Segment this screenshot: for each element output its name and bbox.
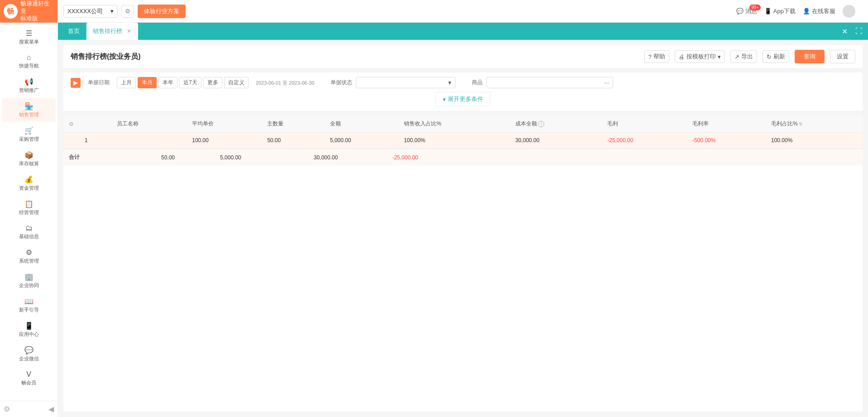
col-profit: 毛利	[602, 115, 687, 133]
sidebar-item-corp-wechat[interactable]: 💬企业微信	[2, 342, 56, 366]
sidebar-item-base-info[interactable]: 🗂基础信息	[2, 220, 56, 244]
company-selector[interactable]: XXXXXX公司 ▾	[63, 5, 118, 18]
date-custom[interactable]: 自定义	[224, 77, 249, 88]
date-more[interactable]: 更多	[203, 77, 222, 88]
filter-bar: ▶ 单据日期 上月 本月 本年 近7天 更多 自定义 2023-06-01 至 …	[63, 72, 863, 111]
sidebar-item-purchase[interactable]: 🛒采购管理	[2, 123, 56, 146]
sidebar-item-system[interactable]: ⚙系统管理	[2, 244, 56, 268]
date-range: 2023-06-01 至 2023-06-30	[256, 80, 315, 86]
row-amount: 5,000.00	[325, 133, 398, 149]
date-options: 上月 本月 本年 近7天 更多 自定义	[117, 77, 249, 88]
sidebar-icon-corp-wechat: 💬	[24, 346, 34, 355]
row-qty: 50.00	[262, 133, 324, 149]
row-employee	[111, 133, 187, 149]
sidebar-item-sales[interactable]: 🏪销售管理	[2, 98, 56, 122]
sidebar-item-quick-nav[interactable]: ⌂快捷导航	[2, 50, 56, 73]
print-dropdown-icon: ▾	[718, 53, 721, 60]
online-service-button[interactable]: 👤 在线客服	[803, 7, 835, 15]
goods-input[interactable]: ···	[486, 77, 613, 88]
query-button[interactable]: 查询	[795, 50, 825, 63]
sidebar: 畅 畅康通好生意 标准版 ☰搜索菜单⌂快捷导航📢营销推广🏪销售管理🛒采购管理📦库…	[0, 0, 58, 417]
sidebar-item-member[interactable]: V畅会员	[2, 367, 56, 390]
trial-button[interactable]: 体验行业方案	[138, 5, 186, 18]
sidebar-icon-system: ⚙	[26, 248, 32, 257]
col-sales-pct: 销售收入占比%	[398, 115, 510, 133]
col-settings[interactable]: ⚙	[63, 115, 79, 133]
sidebar-label-quick-nav: 快捷导航	[19, 62, 39, 69]
row-cost: 30,000.00	[510, 133, 602, 149]
sidebar-item-search-order[interactable]: ☰搜索菜单	[2, 25, 56, 49]
sidebar-settings-icon[interactable]: ⚙	[4, 405, 10, 413]
print-icon: 🖨	[679, 53, 685, 60]
topbar-right: 💬 消息 99+ 📱 App下载 👤 在线客服	[736, 5, 863, 18]
goods-filter: 商品 ···	[472, 77, 613, 88]
export-icon: ↗	[734, 53, 739, 60]
sidebar-icon-base-info: 🗂	[25, 224, 33, 232]
template-print-button[interactable]: 🖨 按模板打印 ▾	[675, 50, 725, 63]
cost-info-icon[interactable]: i	[538, 121, 544, 127]
date-current-month[interactable]: 本月	[138, 77, 157, 88]
sidebar-item-marketing[interactable]: 📢营销推广	[2, 74, 56, 97]
avatar[interactable]	[843, 5, 855, 18]
sidebar-item-app-center[interactable]: 📱应用中心	[2, 318, 56, 341]
sidebar-icon-member: V	[26, 370, 31, 379]
sidebar-item-inventory[interactable]: 📦库存核算	[2, 147, 56, 171]
date-current-year[interactable]: 本年	[158, 77, 177, 88]
tab-bar-actions: ✕ ⛶	[839, 26, 864, 37]
logo-text: 畅康通好生意 标准版	[20, 0, 54, 23]
tab-fullscreen-button[interactable]: ⛶	[854, 26, 864, 37]
footer-amount: 5,000.00	[220, 154, 241, 161]
tab-close-all-button[interactable]: ✕	[839, 26, 850, 37]
export-button[interactable]: ↗ 导出	[730, 50, 757, 63]
help-button[interactable]: ? 帮助	[644, 50, 669, 63]
topbar-gear-button[interactable]: ⚙	[121, 5, 134, 18]
message-badge: 99+	[749, 5, 761, 10]
sidebar-label-operations: 经营管理	[19, 209, 39, 216]
sidebar-label-system: 系统管理	[19, 258, 39, 264]
row-profit-pct: 100.00%	[766, 133, 863, 149]
goods-more-icon: ···	[604, 79, 609, 86]
tab-home[interactable]: 首页	[62, 23, 86, 40]
sidebar-item-finance[interactable]: 💰资金管理	[2, 172, 56, 195]
sidebar-collapse-icon[interactable]: ◀	[48, 405, 54, 413]
content-area: 销售排行榜(按业务员) ? 帮助 🖨 按模板打印 ▾ ↗ 导出 ↻ 刷新	[58, 40, 868, 417]
date-last-7-days[interactable]: 近7天	[179, 77, 201, 88]
status-label: 单据状态	[331, 79, 352, 86]
filter-arrow-button[interactable]: ▶	[71, 78, 81, 88]
app-download-button[interactable]: 📱 App下载	[764, 7, 796, 15]
sidebar-item-corp-coop[interactable]: 🏢企业协同	[2, 269, 56, 292]
tab-sales-rank[interactable]: 销售排行榜 ✕	[86, 23, 138, 40]
message-button[interactable]: 💬 消息 99+	[736, 7, 757, 15]
row-sales-pct: 100.00%	[398, 133, 510, 149]
status-select[interactable]: ▾	[356, 77, 456, 88]
row-avg-price: 100.00	[187, 133, 262, 149]
sidebar-label-corp-wechat: 企业微信	[19, 355, 39, 362]
sidebar-label-purchase: 采购管理	[19, 136, 39, 143]
table-container: ⚙ 员工名称 平均单价 主数量 全额 销售收入占比% 成本全额i 毛利 毛利率 …	[63, 115, 863, 412]
footer-profit: -25,000.00	[392, 154, 418, 161]
settings-button[interactable]: 设置	[830, 50, 855, 63]
footer-cost: 30,000.00	[314, 154, 338, 161]
sidebar-label-sales: 销售管理	[19, 111, 39, 118]
sales-rank-tab-close[interactable]: ✕	[127, 28, 131, 34]
sidebar-label-guide: 新手引导	[19, 307, 39, 313]
col-profit-rate: 毛利率	[687, 115, 766, 133]
sidebar-item-guide[interactable]: 📖新手引导	[2, 293, 56, 317]
main-area: XXXXXX公司 ▾ ⚙ 体验行业方案 💬 消息 99+ 📱 App下载 👤 在…	[58, 0, 868, 417]
profit-pct-sort-icon[interactable]: ⇅	[799, 121, 802, 126]
col-amount: 全额	[325, 115, 398, 133]
date-label: 单据日期	[88, 79, 110, 86]
date-last-month[interactable]: 上月	[117, 77, 136, 88]
refresh-button[interactable]: ↻ 刷新	[762, 50, 789, 63]
sidebar-item-operations[interactable]: 📋经营管理	[2, 196, 56, 220]
tab-bar: 首页 销售排行榜 ✕ ✕ ⛶	[58, 23, 868, 40]
expand-conditions-button[interactable]: ▾ 展开更多条件	[435, 92, 491, 106]
sidebar-label-inventory: 库存核算	[19, 160, 39, 167]
sidebar-label-finance: 资金管理	[19, 185, 39, 192]
sidebar-icon-quick-nav: ⌂	[27, 53, 31, 62]
sidebar-footer: ⚙ ◀	[0, 401, 58, 417]
page-title: 销售排行榜(按业务员)	[71, 52, 141, 62]
sidebar-label-base-info: 基础信息	[19, 233, 39, 240]
col-profit-pct: 毛利占比%⇅	[766, 115, 863, 133]
col-rank	[79, 115, 111, 133]
